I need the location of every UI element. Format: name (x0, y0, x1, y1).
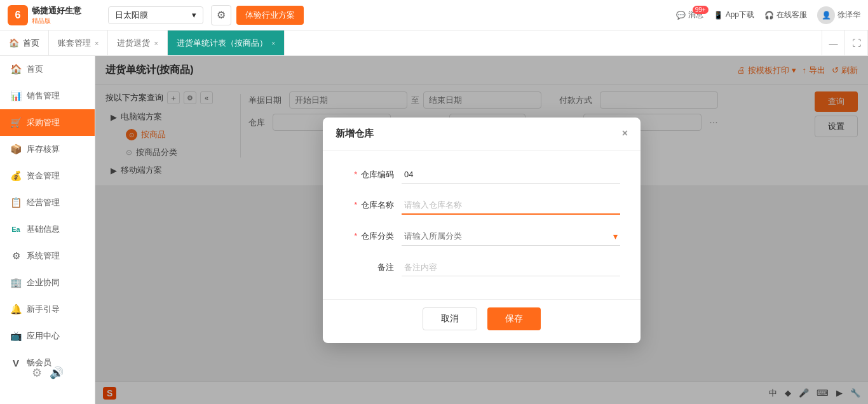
sidebar-item-enterprise[interactable]: 🏢 企业协同 (0, 269, 95, 296)
sidebar-item-guide[interactable]: 🔔 新手引导 (0, 296, 95, 323)
finance-icon: 💰 (10, 170, 22, 182)
enterprise-icon: 🏢 (10, 277, 22, 288)
tab-minimize-button[interactable]: — (822, 30, 845, 56)
category-label: * 仓库分类 (343, 231, 394, 242)
home-icon: 🏠 (9, 38, 19, 48)
category-input[interactable] (404, 231, 613, 241)
note-input[interactable] (402, 259, 620, 276)
sidebar-item-inventory[interactable]: 📦 库存核算 (0, 136, 95, 163)
note-label: 备注 (343, 262, 394, 273)
sidebar-item-purchase-label: 采购管理 (27, 117, 60, 128)
top-header: 6 畅捷通好生意 精品版 日太阳膜 ▾ ⚙ 体验行业方案 💬 消息 99+ 📱 … (0, 0, 868, 30)
sidebar-item-basic-info-label: 基础信息 (27, 224, 60, 235)
sales-icon: 📊 (10, 90, 22, 102)
content-area: 进货单统计(按商品) 🖨 按模板打印 ▾ ↑ 导出 ↺ 刷新 (95, 56, 868, 404)
tab-right-buttons: — ⛶ (822, 30, 868, 56)
sidebar-item-finance-label: 资金管理 (27, 170, 60, 182)
sidebar: 🏠 首页 📊 销售管理 🛒 采购管理 📦 库存核算 💰 资金管理 📋 经营管理 … (0, 56, 95, 404)
tab-account[interactable]: 账套管理 × (49, 30, 108, 55)
form-row-note: 备注 (343, 259, 620, 276)
operations-icon: 📋 (10, 197, 22, 208)
sidebar-item-sales-label: 销售管理 (27, 90, 60, 102)
basic-info-icon: Ea (10, 224, 22, 235)
sidebar-item-system-label: 系统管理 (27, 250, 60, 262)
form-row-category: * 仓库分类 ▾ (343, 227, 620, 246)
user-info[interactable]: 👤 徐泽华 (817, 6, 860, 24)
settings-gear-button[interactable]: ⚙ (211, 5, 231, 25)
home-sidebar-icon: 🏠 (10, 64, 22, 75)
sidebar-item-home[interactable]: 🏠 首页 (0, 56, 95, 83)
tab-purchase-stats-close-icon[interactable]: × (271, 39, 275, 47)
app-download-button[interactable]: 📱 App下载 (714, 10, 754, 20)
logo-icon: 6 (8, 5, 28, 25)
dialog-title: 新增仓库 (336, 128, 374, 140)
category-dropdown-icon: ▾ (613, 231, 618, 241)
gear-icon: ⚙ (217, 9, 226, 21)
dialog-header: 新增仓库 × (323, 118, 641, 151)
sidebar-item-sales[interactable]: 📊 销售管理 (0, 83, 95, 109)
header-actions: ⚙ 体验行业方案 (211, 5, 304, 25)
warehouse-code-input[interactable] (402, 166, 620, 184)
tab-account-label: 账套管理 (58, 37, 91, 49)
sidebar-item-finance[interactable]: 💰 资金管理 (0, 163, 95, 189)
tab-purchase-stats-label: 进货单统计表（按商品） (177, 37, 268, 49)
save-button[interactable]: 保存 (487, 307, 541, 330)
dialog-footer: 取消 保存 (323, 299, 641, 343)
experience-industry-button[interactable]: 体验行业方案 (236, 6, 304, 25)
inventory-icon: 📦 (10, 144, 22, 155)
tab-purchase-stats[interactable]: 进货单统计表（按商品） × (168, 30, 285, 55)
tab-account-close-icon[interactable]: × (95, 39, 98, 47)
app-icon: 📱 (714, 11, 723, 20)
sidebar-item-basic-info[interactable]: Ea 基础信息 (0, 216, 95, 243)
purchase-icon: 🛒 (10, 117, 22, 128)
sidebar-item-guide-label: 新手引导 (27, 304, 60, 315)
new-warehouse-dialog: 新增仓库 × * 仓库编码 * (323, 118, 641, 343)
sidebar-bottom-settings-icon[interactable]: ⚙ (32, 366, 42, 380)
minimize-icon: — (829, 38, 838, 48)
tab-purchase-return[interactable]: 进货退货 × (108, 30, 167, 55)
name-label: * 仓库名称 (343, 199, 394, 211)
main-layout: 🏠 首页 📊 销售管理 🛒 采购管理 📦 库存核算 💰 资金管理 📋 经营管理 … (0, 56, 868, 404)
tab-purchase-return-close-icon[interactable]: × (154, 39, 158, 47)
dialog-close-button[interactable]: × (622, 128, 628, 139)
code-label: * 仓库编码 (343, 169, 394, 180)
warehouse-name-input[interactable] (402, 196, 620, 215)
logo-sub-text: 精品版 (32, 17, 81, 25)
dialog-body: * 仓库编码 * 仓库名称 (323, 151, 641, 299)
logo-main-text: 畅捷通好生意 (32, 5, 81, 17)
category-select-row[interactable]: ▾ (402, 227, 620, 246)
maximize-icon: ⛶ (852, 38, 861, 48)
store-name: 日太阳膜 (115, 10, 148, 21)
required-star-category: * (354, 231, 357, 241)
cancel-button[interactable]: 取消 (423, 307, 477, 330)
sidebar-item-operations-label: 经营管理 (27, 197, 60, 208)
form-row-code: * 仓库编码 (343, 166, 620, 184)
required-star-name: * (354, 200, 357, 210)
sidebar-bottom-speaker-icon[interactable]: 🔊 (50, 366, 64, 380)
store-dropdown-icon: ▾ (192, 10, 196, 20)
sidebar-item-purchase[interactable]: 🛒 采购管理 (0, 109, 95, 136)
logo-area: 6 畅捷通好生意 精品版 (8, 5, 103, 25)
logo-text: 畅捷通好生意 精品版 (32, 5, 81, 25)
sidebar-item-inventory-label: 库存核算 (27, 144, 60, 155)
guide-icon: 🔔 (10, 304, 22, 315)
username: 徐泽华 (837, 10, 860, 20)
tab-home[interactable]: 🏠 首页 (0, 30, 49, 55)
message-button[interactable]: 💬 消息 99+ (676, 10, 703, 20)
sidebar-item-app-center[interactable]: 📺 应用中心 (0, 323, 95, 349)
message-icon: 💬 (676, 11, 686, 20)
headset-icon: 🎧 (764, 11, 774, 20)
sidebar-item-enterprise-label: 企业协同 (27, 277, 60, 288)
message-badge: 99+ (693, 6, 709, 14)
tab-bar: 🏠 首页 账套管理 × 进货退货 × 进货单统计表（按商品） × — ⛶ (0, 30, 868, 56)
sidebar-item-home-label: 首页 (27, 64, 43, 75)
sidebar-item-operations[interactable]: 📋 经营管理 (0, 189, 95, 216)
tab-home-label: 首页 (23, 37, 39, 49)
modal-overlay[interactable]: 新增仓库 × * 仓库编码 * (95, 56, 868, 404)
tab-maximize-button[interactable]: ⛶ (845, 30, 868, 56)
header-right: 💬 消息 99+ 📱 App下载 🎧 在线客服 👤 徐泽华 (676, 6, 860, 24)
sidebar-item-system[interactable]: ⚙ 系统管理 (0, 243, 95, 269)
store-selector[interactable]: 日太阳膜 ▾ (108, 6, 203, 24)
online-service-button[interactable]: 🎧 在线客服 (764, 10, 807, 20)
form-row-name: * 仓库名称 (343, 196, 620, 215)
